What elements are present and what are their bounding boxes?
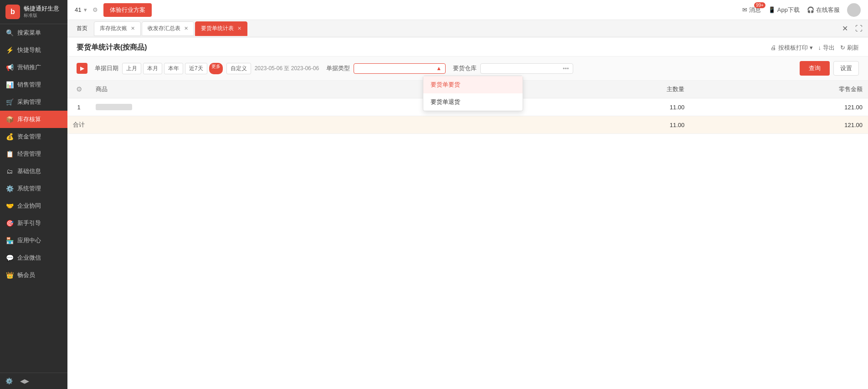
dropdown-menu: 要货单要货 要货单退货 — [423, 76, 523, 111]
tabs-bar: 首页 库存批次账 ✕ 收发存汇总表 ✕ 要货单统计表 ✕ ✕ ⛶ — [67, 20, 868, 37]
tab-home[interactable]: 首页 — [71, 21, 93, 36]
app-name: 畅捷通好生意 — [24, 5, 59, 12]
tab-collect-label: 收发存汇总表 — [148, 25, 180, 32]
sidebar-item-label: 销售管理 — [17, 81, 41, 89]
sidebar-item-label: 应用中心 — [17, 236, 41, 245]
sidebar-item-label: 企业微信 — [17, 254, 41, 262]
sidebar-item-marketing[interactable]: 📢 营销推广 — [0, 59, 67, 76]
basic-icon: 🗂 — [5, 168, 14, 175]
refresh-icon: ↻ — [840, 44, 845, 51]
filter-more-badge[interactable]: 更多 — [209, 63, 223, 74]
page-actions: 🖨 按模板打印 ▾ ↓ 导出 ↻ 刷新 — [770, 44, 859, 52]
sidebar-item-inventory[interactable]: 📦 库存核算 — [0, 111, 67, 128]
tab-collect[interactable]: 收发存汇总表 ✕ — [142, 21, 194, 36]
sidebar-item-label: 快捷导航 — [17, 46, 41, 54]
sidebar-logo: b 畅捷通好生意 标准版 — [0, 0, 67, 24]
enterprise-icon: 🤝 — [5, 202, 14, 210]
tab-batch-close[interactable]: ✕ — [131, 26, 135, 31]
sales-icon: 📊 — [5, 81, 14, 88]
filter-type-select[interactable]: ▲ — [354, 63, 446, 74]
sidebar-item-purchase[interactable]: 🛒 采购管理 — [0, 93, 67, 111]
sidebar-item-label: 采购管理 — [17, 98, 41, 106]
print-chevron-icon: ▾ — [810, 44, 813, 51]
sidebar-item-wechat[interactable]: 💬 企业微信 — [0, 249, 67, 266]
print-template-btn[interactable]: 🖨 按模板打印 ▾ — [770, 44, 813, 52]
sidebar-item-search[interactable]: 🔍 搜索菜单 — [0, 24, 67, 41]
app-download-btn[interactable]: 📱 App下载 — [768, 6, 800, 14]
cell-quantity: 11.00 — [542, 98, 690, 116]
filter-bar: ▶ 单据日期 上月 本月 本年 近7天 更多 自定义 2023-05-06 至 … — [67, 56, 868, 81]
filter-warehouse-label: 要货仓库 — [453, 64, 477, 72]
filter-warehouse-more-icon: ••• — [563, 65, 569, 72]
filter-warehouse-select[interactable]: ••• — [480, 63, 573, 74]
col-amount-label: 零售金额 — [839, 86, 863, 92]
filter-warehouse-group: 要货仓库 ••• — [453, 63, 573, 74]
col-product: 商品 — [90, 81, 334, 98]
filter-last-7days-btn[interactable]: 近7天 — [185, 63, 207, 74]
messages-btn[interactable]: ✉ 消息 99+ — [742, 6, 761, 14]
sidebar-item-system[interactable]: ⚙️ 系统管理 — [0, 180, 67, 197]
sidebar-item-newbie[interactable]: 🎯 新手引导 — [0, 215, 67, 232]
quicknav-icon: ⚡ — [5, 46, 14, 54]
tab-home-label: 首页 — [77, 25, 87, 32]
page-header: 要货单统计表(按商品) 🖨 按模板打印 ▾ ↓ 导出 ↻ 刷新 — [67, 37, 868, 56]
filter-last-month-btn[interactable]: 上月 — [122, 63, 141, 74]
sidebar-item-label: 基础信息 — [17, 167, 41, 175]
sidebar: b 畅捷通好生意 标准版 🔍 搜索菜单 ⚡ 快捷导航 📢 营销推广 📊 销售管理… — [0, 0, 67, 389]
settings-button[interactable]: 设置 — [833, 61, 859, 76]
collapse-icon[interactable]: ◀▶ — [20, 378, 29, 384]
col-amount: 零售金额 — [690, 81, 868, 98]
filter-this-month-btn[interactable]: 本月 — [143, 63, 162, 74]
filter-actions: 查询 设置 — [800, 61, 859, 76]
filter-expand-btn[interactable]: ▶ — [77, 63, 87, 74]
tab-collect-close[interactable]: ✕ — [184, 26, 188, 31]
app-download-label: App下载 — [777, 6, 800, 14]
sidebar-item-member[interactable]: 👑 畅会员 — [0, 266, 67, 284]
settings-icon[interactable]: ⚙️ — [5, 378, 13, 384]
sidebar-item-label: 资金管理 — [17, 133, 41, 141]
filter-type-label: 单据类型 — [326, 64, 350, 72]
dropdown-item-requisition-order[interactable]: 要货单要货 — [423, 76, 523, 93]
sidebar-item-operations[interactable]: 📋 经营管理 — [0, 145, 67, 163]
sidebar-item-quicknav[interactable]: ⚡ 快捷导航 — [0, 41, 67, 59]
tabs-close-all-btn[interactable]: ✕ — [840, 22, 850, 35]
tab-requisition[interactable]: 要货单统计表 ✕ — [195, 21, 247, 36]
message-icon: ✉ — [742, 6, 747, 13]
filter-date-group: 单据日期 上月 本月 本年 近7天 更多 自定义 2023-05-06 至 20… — [95, 63, 319, 74]
sidebar-bottom: ⚙️ ◀▶ — [0, 373, 67, 389]
sidebar-item-basic[interactable]: 🗂 基础信息 — [0, 163, 67, 180]
phone-icon: 📱 — [768, 6, 776, 13]
store-selector[interactable]: 41 ▾ — [75, 6, 87, 13]
online-service-btn[interactable]: 🎧 在线客服 — [807, 6, 840, 14]
main-area: 41 ▾ ⚙ 体验行业方案 ✉ 消息 99+ 📱 App下载 🎧 在线客服 — [67, 0, 868, 389]
user-avatar[interactable] — [847, 3, 861, 17]
export-btn[interactable]: ↓ 导出 — [818, 44, 835, 52]
sidebar-item-finance[interactable]: 💰 资金管理 — [0, 128, 67, 145]
filter-warehouse-input[interactable] — [484, 65, 561, 72]
sidebar-item-sales[interactable]: 📊 销售管理 — [0, 76, 67, 93]
filter-type-input[interactable] — [358, 65, 434, 72]
table-settings-icon[interactable]: ⚙ — [76, 85, 82, 93]
product-blurred-text — [96, 104, 132, 110]
dropdown-item-requisition-return[interactable]: 要货单退货 — [423, 93, 523, 111]
sidebar-item-appstore[interactable]: 🏪 应用中心 — [0, 232, 67, 249]
refresh-btn[interactable]: ↻ 刷新 — [840, 44, 859, 52]
export-label: 导出 — [823, 44, 835, 52]
tabs-actions: ✕ ⛶ — [840, 22, 864, 35]
topbar-gear-icon[interactable]: ⚙ — [92, 6, 98, 13]
cell-seq: 1 — [67, 98, 90, 116]
tab-batch[interactable]: 库存批次账 ✕ — [94, 21, 141, 36]
filter-custom-btn[interactable]: 自定义 — [226, 63, 251, 74]
cell-product — [90, 98, 334, 116]
tab-requisition-label: 要货单统计表 — [201, 25, 234, 32]
online-service-label: 在线客服 — [816, 6, 840, 14]
tabs-expand-btn[interactable]: ⛶ — [853, 23, 864, 35]
finance-icon: 💰 — [5, 133, 14, 140]
sidebar-item-enterprise[interactable]: 🤝 企业协同 — [0, 197, 67, 215]
filter-this-year-btn[interactable]: 本年 — [164, 63, 183, 74]
tab-requisition-close[interactable]: ✕ — [237, 26, 241, 31]
sidebar-item-label: 畅会员 — [17, 271, 35, 279]
app-sub: 标准版 — [24, 12, 59, 19]
query-button[interactable]: 查询 — [800, 61, 830, 76]
trial-button[interactable]: 体验行业方案 — [103, 3, 152, 17]
